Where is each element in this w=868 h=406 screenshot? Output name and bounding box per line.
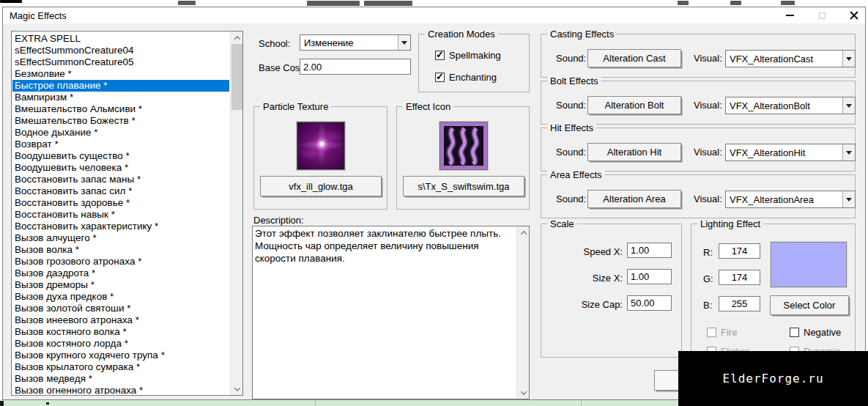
bolt-sound-button[interactable]: Alteration Bolt	[587, 96, 681, 114]
bolt-visual-dropdown[interactable]: VFX_AlterationBolt	[725, 97, 856, 114]
close-button[interactable]	[847, 9, 861, 22]
minimize-button[interactable]	[783, 9, 796, 22]
list-item[interactable]: Вызов даэдрота *	[15, 267, 229, 279]
speed-x-label: Speed X:	[584, 246, 623, 257]
visual-label: Visual:	[694, 147, 722, 158]
creation-modes-title: Creation Modes	[425, 29, 498, 40]
effect-list[interactable]: EXTRA SPELLsEffectSummonCreature04sEffec…	[11, 31, 243, 396]
checkbox-negative[interactable]: ✓ Negative	[790, 327, 841, 338]
list-item[interactable]: sEffectSummonCreature04	[15, 45, 229, 56]
list-item[interactable]: Воодушевить существо *	[15, 150, 229, 162]
dropdown-button[interactable]	[398, 35, 410, 50]
group-title: Area Effects	[547, 169, 605, 180]
grid-line	[581, 400, 582, 406]
effect-list-items: EXTRA SPELLsEffectSummonCreature04sEffec…	[12, 32, 229, 394]
list-item[interactable]: Вызов дреморы *	[15, 279, 229, 291]
scroll-up-button[interactable]	[517, 226, 530, 239]
b-input[interactable]	[719, 296, 760, 311]
speed-x-input[interactable]	[627, 243, 672, 258]
list-item[interactable]: EXTRA SPELL	[15, 33, 229, 45]
titlebar[interactable]: Magic Effects	[3, 7, 865, 23]
list-item[interactable]: Вызов золотой святоши *	[15, 303, 229, 314]
base-cost-input[interactable]	[300, 59, 411, 75]
casting-visual-dropdown[interactable]: VFX_AlterationCast	[725, 50, 856, 67]
effect-icon-file-button[interactable]: s\Tx_S_swiftswim.tga	[403, 176, 524, 196]
list-item[interactable]: sEffectSummonCreature05	[15, 56, 229, 68]
hit-visual-dropdown[interactable]: VFX_AlterationHit	[725, 144, 856, 161]
casting-sound-button[interactable]: Alteration Cast	[587, 49, 681, 67]
list-item[interactable]: Вампиризм *	[15, 92, 229, 103]
description-box[interactable]: Этот эффект позволяет заклинателю быстре…	[252, 226, 530, 399]
list-item[interactable]: Восстановить запас сил *	[15, 185, 229, 197]
description-scrollbar[interactable]	[516, 226, 529, 399]
particle-texture-file-button[interactable]: vfx_ill_glow.tga	[260, 176, 382, 196]
list-item[interactable]: Вызов медведя *	[15, 373, 229, 385]
visual-value: VFX_AlterationBolt	[726, 100, 842, 111]
visual-label: Visual:	[694, 100, 722, 111]
screen: Magic Effects EXTRA SPELLsEffectSummonCr…	[0, 0, 868, 406]
clipped-background-text	[178, 1, 196, 5]
list-item[interactable]: Вмешательство Божеств *	[15, 115, 229, 127]
list-item[interactable]: Вмешательство Альмсиви *	[15, 103, 229, 115]
visual-label: Visual:	[694, 193, 722, 204]
area-sound-button[interactable]: Alteration Area	[587, 190, 681, 208]
list-item[interactable]: Быстрое плавание *	[12, 80, 229, 92]
list-item[interactable]: Восстановить запас маны *	[15, 174, 229, 185]
list-item[interactable]: Вызов алчущего *	[15, 232, 229, 244]
list-item[interactable]: Воодушевить человека *	[15, 162, 229, 174]
list-item[interactable]: Вызов огненного атронаха *	[15, 385, 229, 394]
chevron-down-icon	[520, 388, 526, 394]
close-icon	[850, 11, 858, 20]
size-x-input[interactable]	[627, 269, 672, 284]
sound-label: Sound:	[556, 193, 586, 204]
checkbox-enchanting[interactable]: ✓ Enchanting	[435, 72, 497, 83]
list-item[interactable]: Вызов инеевого атронаха *	[15, 314, 229, 326]
checkbox-spellmaking[interactable]: ✓ Spellmaking	[435, 50, 501, 61]
list-item[interactable]: Вызов костяного волка *	[15, 326, 229, 338]
list-item[interactable]: Вызов костяного лорда *	[15, 338, 229, 350]
scroll-down-button[interactable]	[231, 383, 243, 395]
dropdown-button[interactable]	[842, 97, 855, 114]
chevron-down-icon	[234, 385, 240, 391]
area-visual-dropdown[interactable]: VFX_AlterationArea	[725, 191, 856, 208]
scale-title: Scale	[547, 218, 577, 229]
school-dropdown[interactable]: Изменение	[300, 34, 411, 51]
scale-group: Scale Speed X: Size X: Size Cap:	[541, 224, 682, 358]
select-color-button[interactable]: Select Color	[770, 295, 849, 315]
size-cap-input[interactable]	[627, 295, 672, 311]
scrollbar-thumb[interactable]	[231, 44, 242, 110]
check-icon: ✓	[436, 49, 444, 60]
list-item[interactable]: Вызов духа предков *	[15, 291, 229, 303]
list-item[interactable]: Возврат *	[15, 139, 229, 150]
list-item[interactable]: Восстановить здоровье *	[15, 197, 229, 209]
list-item[interactable]: Вызов грозового атронаха *	[15, 256, 229, 267]
size-cap-label: Size Cap:	[582, 299, 623, 310]
visual-value: VFX_AlterationCast	[726, 53, 842, 64]
dropdown-button[interactable]	[842, 144, 855, 160]
list-item[interactable]: Восстановить характеристику *	[15, 221, 229, 232]
effect-list-scrollbar[interactable]	[230, 32, 242, 395]
dropdown-button[interactable]	[842, 51, 855, 67]
dropdown-button[interactable]	[842, 191, 855, 207]
list-item[interactable]: Вызов волка *	[15, 244, 229, 256]
visual-value: VFX_AlterationHit	[726, 147, 842, 158]
list-item[interactable]: Восстановить навык *	[15, 209, 229, 221]
group-title: Casting Effects	[547, 29, 617, 40]
r-input[interactable]	[719, 243, 760, 259]
scroll-down-button[interactable]	[517, 386, 530, 399]
b-label: B:	[703, 300, 712, 311]
checkbox-icon: ✓	[707, 328, 716, 337]
checkbox-label: Fire	[721, 327, 737, 338]
list-item[interactable]: Водное дыхание *	[15, 127, 229, 139]
description-label: Description:	[253, 215, 304, 226]
group-title: Bolt Effects	[547, 75, 601, 86]
checkbox-fire: ✓ Fire	[707, 327, 737, 338]
list-item[interactable]: Вызов крупного ходячего трупа *	[15, 350, 229, 361]
list-item[interactable]: Безмолвие *	[15, 68, 229, 80]
list-item[interactable]: Вызов крылатого сумрака *	[15, 361, 229, 373]
hit-sound-button[interactable]: Alteration Hit	[587, 143, 681, 161]
g-input[interactable]	[719, 270, 760, 285]
visual-label: Visual:	[694, 53, 722, 64]
scroll-up-button[interactable]	[231, 32, 243, 44]
chevron-down-icon	[846, 104, 852, 108]
